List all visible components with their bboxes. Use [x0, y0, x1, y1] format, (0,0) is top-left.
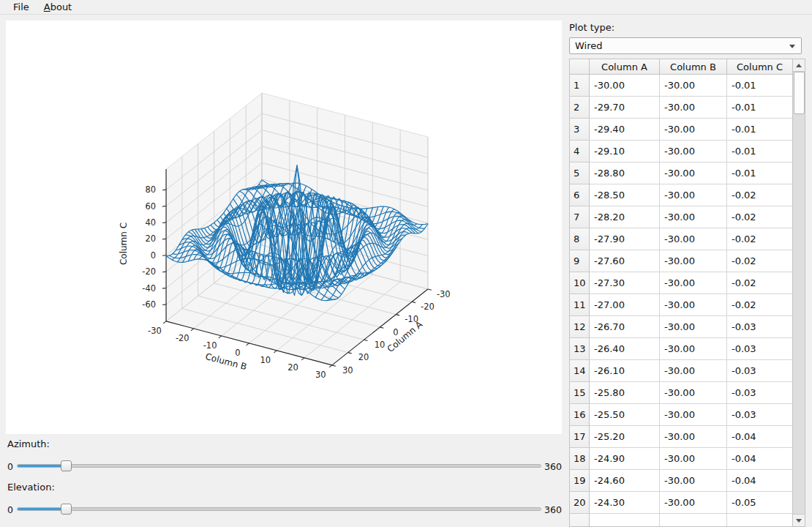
table-cell[interactable]: -28.20: [590, 206, 660, 228]
menu-file[interactable]: File: [6, 1, 37, 14]
table-cell[interactable]: -0.03: [727, 316, 792, 338]
table-cell[interactable]: -0.04: [727, 448, 792, 470]
plot-canvas[interactable]: -30-20-100102030-30-20-10010203080604020…: [6, 20, 562, 434]
table-cell[interactable]: -30.00: [660, 206, 727, 228]
row-number-cell[interactable]: 1: [570, 75, 590, 97]
menu-about[interactable]: About: [37, 1, 79, 14]
row-number-cell[interactable]: 16: [570, 404, 590, 426]
table-cell[interactable]: -29.10: [590, 141, 660, 162]
scrollbar-up-button[interactable]: [793, 59, 805, 72]
row-number-cell[interactable]: 12: [570, 316, 590, 338]
azimuth-slider-track[interactable]: [17, 464, 541, 468]
table-cell[interactable]: -30.00: [660, 360, 727, 382]
row-number-cell[interactable]: 3: [570, 119, 590, 141]
table-cell[interactable]: -0.04: [727, 470, 792, 492]
table-cell[interactable]: -0.02: [727, 294, 792, 316]
table-cell[interactable]: -0.01: [727, 141, 792, 162]
row-number-cell[interactable]: 18: [570, 448, 590, 470]
table-cell[interactable]: -30.00: [660, 404, 727, 426]
table-cell[interactable]: -0.01: [727, 75, 792, 97]
table-cell[interactable]: -30.00: [660, 316, 727, 338]
table-cell[interactable]: -25.20: [590, 426, 660, 448]
table-cell[interactable]: -25.50: [590, 404, 660, 426]
elevation-slider-track[interactable]: [17, 507, 541, 511]
table-cell[interactable]: -30.00: [660, 470, 727, 492]
row-number-cell[interactable]: 17: [570, 426, 590, 448]
table-cell[interactable]: -0.03: [727, 360, 792, 382]
column-header[interactable]: Column C: [727, 59, 792, 75]
table-cell[interactable]: -30.00: [660, 294, 727, 316]
table-cell[interactable]: -27.30: [590, 272, 660, 294]
table-cell[interactable]: -29.70: [590, 97, 660, 119]
table-cell[interactable]: -30.00: [660, 382, 727, 404]
table-cell[interactable]: -30.00: [660, 426, 727, 448]
row-number-cell[interactable]: 20: [570, 492, 590, 514]
table-cell[interactable]: -0.03: [727, 404, 792, 426]
row-number-cell[interactable]: 13: [570, 338, 590, 360]
table-cell[interactable]: -30.00: [660, 492, 727, 514]
table-cell[interactable]: -30.00: [660, 250, 727, 272]
row-number-cell[interactable]: 15: [570, 382, 590, 404]
table-cell[interactable]: -30.00: [660, 141, 727, 162]
table-cell[interactable]: -0.04: [727, 426, 792, 448]
row-number-cell[interactable]: 6: [570, 184, 590, 206]
table-cell[interactable]: -28.80: [590, 162, 660, 184]
row-number-cell[interactable]: 11: [570, 294, 590, 316]
table-cell[interactable]: -0.05: [727, 492, 792, 514]
table-cell[interactable]: -30.00: [660, 338, 727, 360]
table-cell[interactable]: -0.01: [727, 119, 792, 141]
row-number-cell[interactable]: 14: [570, 360, 590, 382]
plot-type-select[interactable]: Wired: [569, 37, 802, 54]
table-cell[interactable]: -0.02: [727, 250, 792, 272]
row-number-cell[interactable]: 4: [570, 141, 590, 162]
wireframe-3d-plot[interactable]: -30-20-100102030-30-20-10010203080604020…: [6, 20, 562, 434]
row-number-cell[interactable]: 5: [570, 162, 590, 184]
table-cell[interactable]: -30.00: [660, 75, 727, 97]
row-number-cell[interactable]: 19: [570, 470, 590, 492]
table-cell[interactable]: -26.10: [590, 360, 660, 382]
table-cell[interactable]: -26.40: [590, 338, 660, 360]
table-cell[interactable]: -27.90: [590, 228, 660, 250]
table-cell[interactable]: -0.01: [727, 162, 792, 184]
table-cell[interactable]: -24.60: [590, 470, 660, 492]
table-cell[interactable]: -0.03: [727, 382, 792, 404]
scrollbar-down-button[interactable]: [793, 514, 805, 526]
table-cell[interactable]: -0.01: [727, 97, 792, 119]
table-cell[interactable]: -0.02: [727, 228, 792, 250]
row-number-cell[interactable]: 10: [570, 272, 590, 294]
table-cell[interactable]: -0.02: [727, 184, 792, 206]
row-number-cell[interactable]: 9: [570, 250, 590, 272]
scrollbar-thumb[interactable]: [794, 72, 805, 114]
column-header[interactable]: Column A: [590, 59, 660, 75]
table-cell[interactable]: -30.00: [660, 448, 727, 470]
table-cell[interactable]: -24.90: [590, 448, 660, 470]
table-cell[interactable]: -30.00: [660, 97, 727, 119]
table-cell[interactable]: -30.00: [660, 184, 727, 206]
table-cell[interactable]: -29.40: [590, 119, 660, 141]
row-number-cell[interactable]: 2: [570, 97, 590, 119]
table-cell[interactable]: -27.00: [590, 294, 660, 316]
table-cell[interactable]: -0.02: [727, 272, 792, 294]
table-scrollbar[interactable]: [793, 59, 805, 527]
table-cell[interactable]: [660, 514, 727, 527]
table-cell[interactable]: -0.02: [727, 206, 792, 228]
row-number-cell[interactable]: 7: [570, 206, 590, 228]
table-cell[interactable]: -0.03: [727, 338, 792, 360]
azimuth-slider[interactable]: 0 360: [6, 460, 563, 472]
table-cell[interactable]: [590, 514, 660, 527]
table-cell[interactable]: -30.00: [660, 162, 727, 184]
table-cell[interactable]: -27.60: [590, 250, 660, 272]
table-cell[interactable]: -25.80: [590, 382, 660, 404]
table-cell[interactable]: -30.00: [660, 228, 727, 250]
row-number-cell[interactable]: 8: [570, 228, 590, 250]
azimuth-slider-handle[interactable]: [61, 460, 72, 471]
table-cell[interactable]: [727, 514, 792, 527]
table-cell[interactable]: -30.00: [590, 75, 660, 97]
elevation-slider[interactable]: 0 360: [6, 504, 563, 515]
table-cell[interactable]: -28.50: [590, 184, 660, 206]
row-number-cell[interactable]: [570, 514, 590, 527]
column-header[interactable]: Column B: [660, 59, 727, 75]
table-cell[interactable]: -30.00: [660, 119, 727, 141]
elevation-slider-handle[interactable]: [61, 504, 72, 515]
table-cell[interactable]: -24.30: [590, 492, 660, 514]
